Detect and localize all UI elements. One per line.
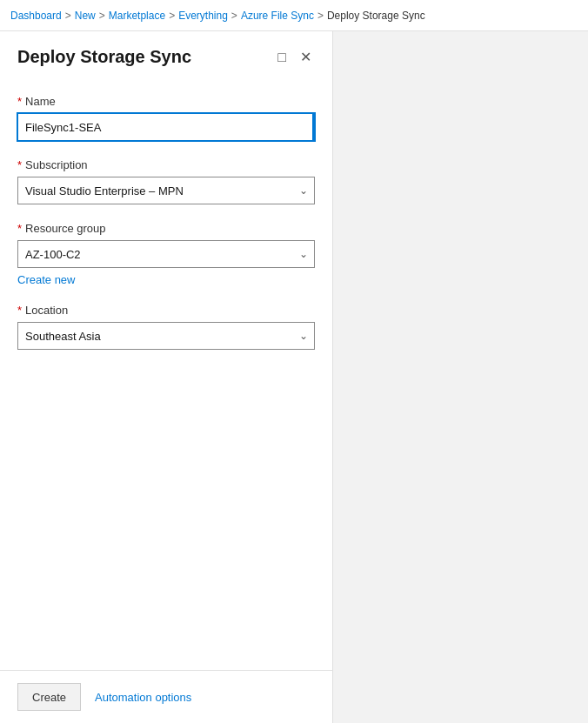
breadcrumb-marketplace[interactable]: Marketplace	[109, 10, 165, 22]
breadcrumb-everything[interactable]: Everything	[178, 10, 228, 22]
deploy-panel: Deploy Storage Sync □ ✕ *Name	[0, 31, 333, 723]
breadcrumb: Dashboard > New > Marketplace > Everythi…	[0, 0, 588, 31]
breadcrumb-sep-2: >	[99, 10, 105, 22]
page-title: Deploy Storage Sync	[17, 47, 191, 67]
automation-options-button[interactable]: Automation options	[95, 686, 191, 709]
resource-group-label: *Resource group	[17, 222, 315, 235]
location-select[interactable]: Southeast Asia East US West US West Euro…	[17, 322, 315, 350]
resource-group-required-star: *	[17, 222, 22, 235]
subscription-form-group: *Subscription Visual Studio Enterprise –…	[17, 158, 315, 204]
resource-group-form-group: *Resource group AZ-100-C2 ⌄ Create new	[17, 222, 315, 286]
name-required-star: *	[17, 95, 22, 108]
location-required-star: *	[17, 304, 22, 317]
panel-header: Deploy Storage Sync □ ✕	[0, 31, 332, 77]
location-form-group: *Location Southeast Asia East US West US…	[17, 304, 315, 350]
name-input[interactable]	[17, 113, 315, 141]
close-icon: ✕	[300, 49, 311, 65]
resource-group-select[interactable]: AZ-100-C2	[17, 240, 315, 268]
name-label: *Name	[17, 95, 315, 108]
subscription-select-wrapper: Visual Studio Enterprise – MPN ⌄	[17, 177, 315, 204]
breadcrumb-sep-3: >	[169, 10, 175, 22]
breadcrumb-dashboard[interactable]: Dashboard	[10, 10, 62, 22]
breadcrumb-azure-file-sync[interactable]: Azure File Sync	[241, 10, 314, 22]
subscription-required-star: *	[17, 158, 22, 171]
breadcrumb-sep-4: >	[231, 10, 237, 22]
resource-group-select-wrapper: AZ-100-C2 ⌄	[17, 240, 315, 268]
maximize-button[interactable]: □	[274, 48, 290, 67]
main-container: Deploy Storage Sync □ ✕ *Name	[0, 31, 588, 723]
location-select-wrapper: Southeast Asia East US West US West Euro…	[17, 322, 315, 350]
create-new-link[interactable]: Create new	[17, 273, 75, 286]
right-panel	[333, 31, 588, 723]
panel-footer: Create Automation options	[0, 670, 332, 723]
breadcrumb-sep-1: >	[65, 10, 71, 22]
breadcrumb-sep-5: >	[317, 10, 324, 22]
square-icon: □	[277, 50, 286, 65]
header-icons: □ ✕	[274, 47, 315, 67]
subscription-select[interactable]: Visual Studio Enterprise – MPN	[17, 177, 315, 204]
subscription-label: *Subscription	[17, 158, 315, 171]
close-button[interactable]: ✕	[297, 47, 315, 67]
name-input-wrapper	[17, 113, 315, 141]
name-form-group: *Name	[17, 95, 315, 141]
location-label: *Location	[17, 304, 315, 317]
breadcrumb-new[interactable]: New	[75, 10, 96, 22]
panel-body: *Name *Subscription Visual Studio Enterp…	[0, 77, 332, 670]
breadcrumb-deploy-storage-sync: Deploy Storage Sync	[327, 10, 425, 22]
create-button[interactable]: Create	[17, 683, 81, 711]
